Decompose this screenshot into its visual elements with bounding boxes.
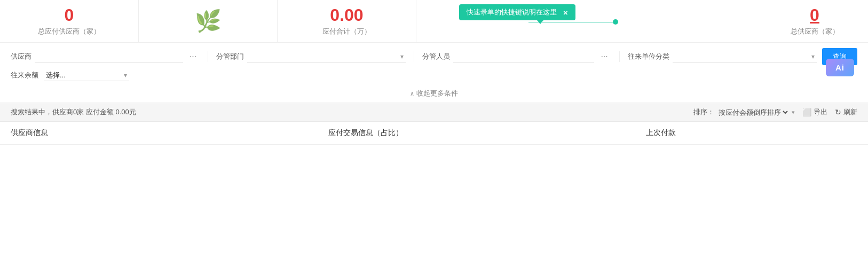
divider-3 [619,51,620,62]
result-actions: 排序： 按应付会额倒序排序 ▾ ⬜ 导出 ↻ 刷新 [693,107,857,117]
tooltip-close-btn[interactable]: × [563,8,568,17]
balance-select[interactable]: 选择... [44,69,129,81]
supplier-input[interactable] [35,51,183,62]
ai-button[interactable]: Ai [826,59,854,76]
filter-row-2: 往来余额 选择... ▾ [11,69,857,81]
collapse-label: 收起更多条件 [416,89,458,98]
supplier-field: 供应商 ··· [11,51,200,62]
tooltip-dot [613,19,618,25]
divider-1 [208,51,208,62]
sort-label: 排序： [693,107,714,117]
sort-wrapper: 排序： 按应付会额倒序排序 ▾ [693,107,795,117]
export-label: 导出 [814,107,827,117]
category-select-wrapper: ▾ [673,51,817,62]
category-select[interactable] [673,51,817,62]
stat-number-suppliers: 0 [810,6,819,25]
stat-number-total: 0.00 [330,6,363,25]
refresh-label: 刷新 [843,107,857,117]
stat-label-suppliers: 总供应商（家） [791,27,839,36]
filter-row-1: 供应商 ··· 分管部门 ▾ 分管人员 ··· 往来单位分类 [11,48,857,65]
person-field: 分管人员 ··· [422,51,611,62]
category-field: 往来单位分类 ▾ [628,51,817,62]
person-dots[interactable]: ··· [597,52,611,61]
col-payable-info: 应付交易信息（占比） [328,128,646,138]
result-info: 搜索结果中，供应商0家 应付金额 0.00元 [11,107,136,117]
tooltip-text: 快速录单的快捷键说明在这里 [467,7,557,17]
export-icon: ⬜ [802,108,811,116]
stat-label-payable: 总应付供应商（家） [38,27,100,36]
stat-label-total: 应付合计（万） [322,27,371,36]
stat-icon-section: 🌿 [139,0,278,42]
stat-total-suppliers: 0 总供应商（家） [761,0,868,42]
department-field: 分管部门 ▾ [216,51,405,62]
stat-number-payable: 0 [65,6,74,25]
department-select-wrapper: ▾ [247,51,405,62]
department-label: 分管部门 [216,52,244,61]
person-label: 分管人员 [422,52,450,61]
refresh-button[interactable]: ↻ 刷新 [835,107,857,117]
tooltip-bubble: 快速录单的快捷键说明在这里 × [459,4,575,20]
result-bar: 搜索结果中，供应商0家 应付金额 0.00元 排序： 按应付会额倒序排序 ▾ ⬜… [0,103,868,122]
supplier-label: 供应商 [11,52,31,61]
sort-select[interactable]: 按应付会额倒序排序 [716,108,790,117]
stat-total-payable: 0 总应付供应商（家） [0,0,139,42]
collapse-chevron-icon: ∧ [410,90,414,97]
collapse-button[interactable]: ∧ 收起更多条件 [410,89,458,98]
collapse-bar: ∧ 收起更多条件 [11,85,857,103]
leaf-icon: 🌿 [195,9,222,34]
refresh-icon: ↻ [835,108,841,116]
sort-chevron-icon: ▾ [792,109,795,116]
category-label: 往来单位分类 [628,52,669,61]
col-last-payment: 上次付款 [646,128,858,138]
filter-bar: 供应商 ··· 分管部门 ▾ 分管人员 ··· 往来单位分类 [0,43,868,103]
col-supplier-info: 供应商信息 [11,128,328,138]
department-select[interactable] [247,51,405,62]
supplier-dots[interactable]: ··· [186,52,200,61]
export-button[interactable]: ⬜ 导出 [802,107,827,117]
person-input[interactable] [453,51,595,62]
table-header: 供应商信息 应付交易信息（占比） 上次付款 [0,122,868,145]
stats-bar: 0 总应付供应商（家） 🌿 0.00 应付合计（万） 快速录单的快捷键说明在这里… [0,0,868,43]
balance-label: 往来余额 [11,70,38,80]
divider-2 [414,51,414,62]
balance-select-wrapper: 选择... ▾ [44,69,129,81]
stat-payable-total: 0.00 应付合计（万） [278,0,416,42]
table-body [0,145,868,275]
